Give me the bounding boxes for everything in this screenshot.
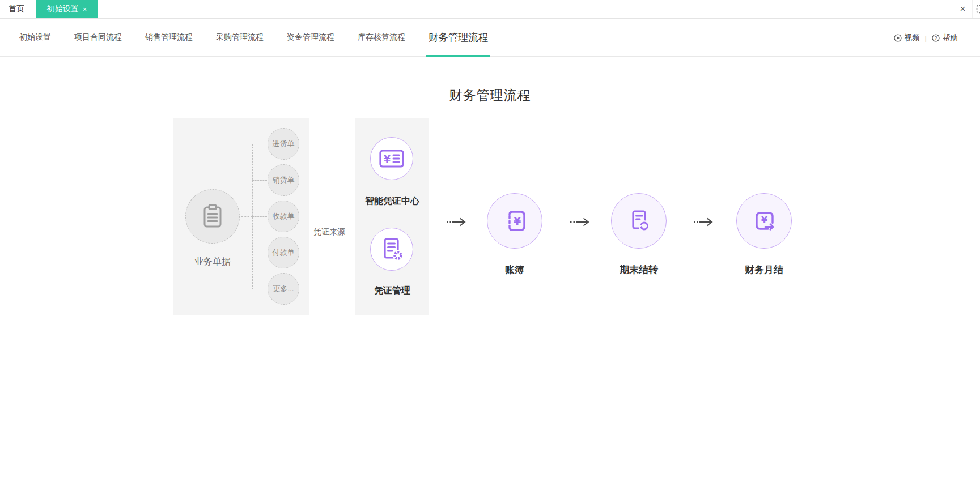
node-purchase-order: 进货单 [268,128,299,160]
ledger-icon: ¥ [500,207,529,234]
help-link-label: 帮助 [943,33,958,43]
svg-text:¥: ¥ [514,215,521,227]
active-document-tab[interactable]: 初始设置 × [36,0,98,18]
carryover-node [611,193,667,249]
process-tab-bar: 初始设置 项目合同流程 销售管理流程 采购管理流程 资金管理流程 库存核算流程 … [0,19,980,57]
month-close-node: ¥ [736,193,792,249]
node-sales-order: 销货单 [268,164,299,196]
tab-purchase-flow[interactable]: 采购管理流程 [214,19,266,57]
connector-line [252,144,267,144]
smart-voucher-label: 智能凭证中心 [353,195,432,207]
connector-line [252,253,267,253]
nav-help-area: 视频 | ? 帮助 [894,19,958,57]
svg-text:¥: ¥ [761,215,767,225]
connector-line [252,180,267,181]
flow-arrow [693,217,714,227]
video-link-label: 视频 [905,33,920,43]
page-title: 财务管理流程 [0,87,980,104]
clipboard-icon [200,203,226,229]
business-documents-node [185,189,240,244]
node-payment-order: 付款单 [268,237,299,268]
voucher-manage-icon [379,237,404,262]
connector-line [241,216,252,217]
window-tab-bar: 首页 初始设置 × × [0,0,980,19]
flow-arrow [446,217,467,227]
smart-voucher-node: ¥ [370,137,413,180]
tab-close-icon[interactable]: × [83,6,87,13]
document-tab-label: 初始设置 [47,4,79,14]
app-window: { "window_bar": { "home_tab": "首页", "doc… [0,0,980,499]
tab-finance-flow[interactable]: 财务管理流程 [426,19,490,57]
home-tab-label: 首页 [9,4,24,14]
svg-text:?: ? [935,35,937,41]
month-close-icon: ¥ [750,208,778,234]
svg-text:¥: ¥ [384,153,391,165]
carryover-label: 期末结转 [593,263,684,276]
divider: | [925,34,927,42]
tab-inventory-flow[interactable]: 库存核算流程 [355,19,408,57]
ledger-node: ¥ [487,193,542,249]
tab-project-contract-flow[interactable]: 项目合同流程 [72,19,124,57]
voucher-manage-node [370,228,413,271]
voucher-source-label: 凭证来源 [301,227,358,237]
help-link[interactable]: ? 帮助 [932,33,958,43]
smart-voucher-icon: ¥ [378,147,405,170]
video-link[interactable]: 视频 [894,33,920,43]
process-tabs: 初始设置 项目合同流程 销售管理流程 采购管理流程 资金管理流程 库存核算流程 … [17,19,490,56]
node-more: 更多... [268,273,299,305]
ledger-label: 账簿 [469,263,560,276]
business-documents-label: 业务单据 [176,256,249,268]
connector-line [252,216,267,217]
carryover-icon [626,208,652,234]
window-close-button[interactable]: × [953,0,973,18]
node-receipt-order: 收款单 [268,201,299,232]
home-tab[interactable]: 首页 [0,0,33,18]
close-icon: × [960,3,966,15]
connector-line [252,289,267,289]
tab-funds-flow[interactable]: 资金管理流程 [285,19,337,57]
tab-sales-flow[interactable]: 销售管理流程 [143,19,195,57]
question-circle-icon: ? [932,34,940,42]
clipped-corner-icon [976,5,980,14]
flow-arrow [569,217,591,227]
tab-initial-setup[interactable]: 初始设置 [17,19,53,57]
voucher-source-line [310,219,349,219]
voucher-manage-label: 凭证管理 [353,285,432,297]
month-close-label: 财务月结 [719,263,809,276]
play-circle-icon [894,34,902,42]
